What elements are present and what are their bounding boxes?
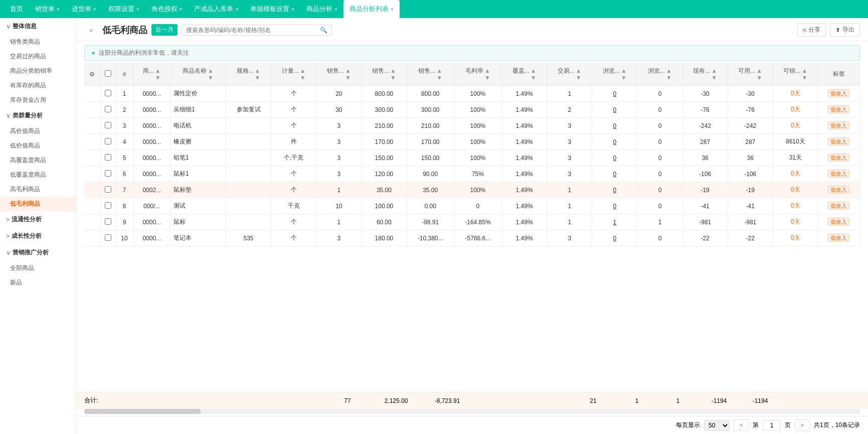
row-sales-qty: 3 [316,150,362,166]
col-current-stock[interactable]: 现有...▲▼ [682,63,728,86]
col-saleable[interactable]: 可销...▲▼ [773,63,818,86]
nav-product-analysis[interactable]: 商品分析 × [300,0,343,18]
nav-role-auth[interactable]: 角色授权 × [145,0,189,18]
col-name[interactable]: 商品名称▲▼ [170,63,226,86]
collapse-sidebar-button[interactable]: « [84,24,98,36]
close-sales-order-icon[interactable]: × [57,7,60,12]
close-product-analysis-list-icon[interactable]: × [391,7,394,12]
sidebar-item-high-coverage[interactable]: 高覆盖度商品 [0,153,76,168]
col-settings[interactable]: ⚙ [84,63,100,86]
row-checkbox[interactable] [100,118,115,134]
close-product-analysis-icon[interactable]: × [334,7,337,12]
row-view1[interactable]: 0 [592,102,637,118]
col-code[interactable]: 商...▲▼ [133,63,170,86]
row-settings [84,182,100,198]
nav-home[interactable]: 首页 [4,0,29,18]
search-input[interactable] [186,27,320,34]
sidebar-item-low-value[interactable]: 低价值商品 [0,138,76,153]
select-all-checkbox[interactable] [105,70,111,77]
row-checkbox[interactable] [100,150,115,166]
row-view1[interactable]: 0 [592,150,637,166]
col-spec[interactable]: 规格...▲▼ [226,63,271,86]
close-purchase-order-icon[interactable]: × [93,7,96,12]
sidebar-item-traded-products[interactable]: 交易过的商品 [0,49,76,64]
col-sales-price[interactable]: 销售...▲▼ [362,63,407,86]
row-select-checkbox[interactable] [105,234,111,241]
prev-page-button[interactable]: ＜ [734,419,749,431]
row-view1[interactable]: 1 [592,214,637,230]
row-select-checkbox[interactable] [105,154,111,161]
sidebar-group-growth[interactable]: > 成长性分析 [0,228,76,244]
row-select-checkbox[interactable] [105,122,111,128]
row-select-checkbox[interactable] [105,138,111,144]
col-coverage[interactable]: 覆盖...▲▼ [502,63,547,86]
time-filter-button[interactable]: 近一月 [151,24,178,36]
col-transaction[interactable]: 交易...▲▼ [547,63,592,86]
sidebar-item-high-margin[interactable]: 高毛利商品 [0,182,76,197]
row-gross-margin: 75% [454,166,501,182]
row-checkbox[interactable] [100,166,115,182]
col-sales-qty[interactable]: 销售...▲▼ [316,63,362,86]
row-view1[interactable]: 0 [592,86,637,102]
row-select-checkbox[interactable] [105,106,111,112]
row-select-checkbox[interactable] [105,90,111,96]
row-select-checkbox[interactable] [105,186,111,193]
sidebar-item-low-coverage[interactable]: 低覆盖度商品 [0,168,76,182]
row-checkbox[interactable] [100,86,115,102]
horizontal-scrollbar[interactable] [84,409,860,414]
row-view1[interactable]: 0 [592,182,637,198]
sidebar-item-sales-products[interactable]: 销售类商品 [0,35,76,49]
close-role-auth-icon[interactable]: × [180,7,183,12]
sidebar-item-low-margin[interactable]: 低毛利商品 [0,197,76,211]
col-view2[interactable]: 浏览...▲▼ [637,63,682,86]
nav-product-analysis-list[interactable]: 商品分析列表 × [343,0,400,18]
col-unit[interactable]: 计量...▲▼ [271,63,316,86]
share-button[interactable]: ⎋ 分享 [797,23,826,37]
close-product-entry-icon[interactable]: × [235,7,238,12]
row-checkbox[interactable] [100,182,115,198]
sidebar-item-category-sales-rate[interactable]: 商品分类助销率 [0,64,76,78]
sidebar-item-all-products[interactable]: 全部商品 [0,261,76,275]
page-number-input[interactable] [763,420,781,430]
row-select-checkbox[interactable] [105,202,111,209]
row-checkbox[interactable] [100,214,115,230]
nav-template-setting[interactable]: 单据模板设置 × [244,0,300,18]
table-container[interactable]: ⚙ # 商...▲▼ 商品名称▲▼ 规格...▲▼ 计量...▲▼ 销售...▲… [76,63,868,392]
scrollbar-thumb[interactable] [84,409,201,414]
settings-icon[interactable]: ⚙ [89,71,95,78]
sidebar-group-cluster[interactable]: ∨ 类群量分析 [0,107,76,124]
row-select-checkbox[interactable] [105,218,111,225]
row-view1[interactable]: 0 [592,166,637,182]
sidebar-group-marketing[interactable]: ∨ 营销推广分析 [0,244,76,261]
row-view1[interactable]: 0 [592,198,637,214]
row-view1[interactable]: 0 [592,230,637,246]
sidebar-item-in-stock-products[interactable]: 有库存的商品 [0,78,76,93]
col-available[interactable]: 可用...▲▼ [728,63,773,86]
nav-purchase-order[interactable]: 进货单 × [66,0,102,18]
sidebar-item-high-value[interactable]: 高价值商品 [0,124,76,138]
col-sales-profit[interactable]: 销售...▲▼ [407,63,454,86]
search-icon[interactable]: 🔍 [320,27,327,34]
per-page-select[interactable]: 50 20 100 [704,420,730,431]
row-checkbox[interactable] [100,134,115,150]
close-template-icon[interactable]: × [291,7,294,12]
row-view1[interactable]: 0 [592,118,637,134]
col-gross-margin[interactable]: 毛利率▲▼ [454,63,501,86]
row-checkbox[interactable] [100,102,115,118]
sidebar-group-overall[interactable]: ∨ 整体信息 [0,18,76,35]
sidebar-item-inventory-capital[interactable]: 库存资金占用 [0,93,76,107]
nav-sales-order[interactable]: 销货单 × [29,0,66,18]
export-button[interactable]: ⬆ 导出 [830,23,860,37]
sidebar-group-liquidity[interactable]: > 流通性分析 [0,211,76,228]
next-page-button[interactable]: ＞ [795,419,810,431]
row-checkbox[interactable] [100,230,115,246]
nav-permission[interactable]: 权限设置 × [102,0,145,18]
row-sales-profit: 800.00 [407,86,454,102]
row-view1[interactable]: 0 [592,134,637,150]
row-select-checkbox[interactable] [105,170,111,177]
nav-product-entry[interactable]: 产成品入库单 × [188,0,244,18]
sidebar-item-new-products[interactable]: 新品 [0,275,76,290]
close-permission-icon[interactable]: × [136,7,139,12]
row-checkbox[interactable] [100,198,115,214]
col-view1[interactable]: 浏览...▲▼ [592,63,637,86]
